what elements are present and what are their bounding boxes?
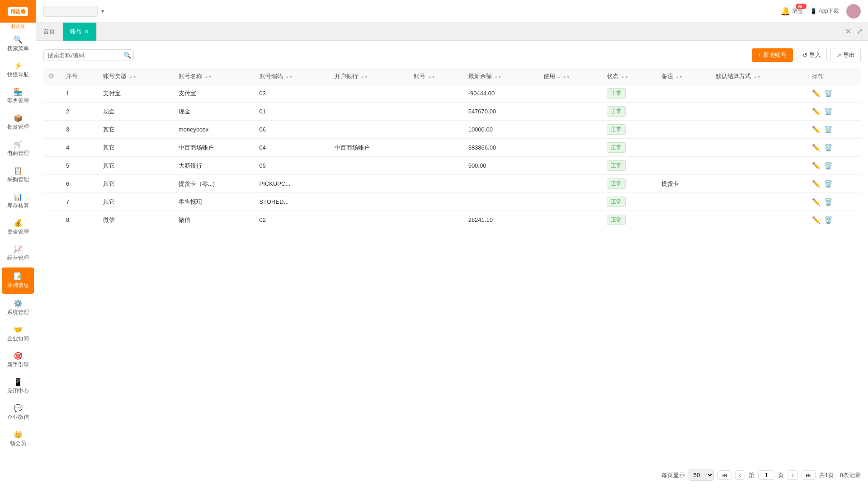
sort-remark-icon: ▲▼ xyxy=(675,75,683,79)
pagination: 每页显示 50 100 200 ⏮ ‹ 第 页 › ⏭ 共1页，8条记录 xyxy=(43,464,861,481)
page-last-button[interactable]: ⏭ xyxy=(802,470,816,480)
sidebar-item-应用中心[interactable]: 📱应用中心 xyxy=(0,373,36,399)
cell-status-6: 正常 xyxy=(602,193,656,211)
import-button[interactable]: ↺ 导入 xyxy=(797,48,827,62)
tab-home[interactable]: 首页 xyxy=(36,23,63,41)
sidebar-item-搜索菜单[interactable]: 🔍搜索菜单 xyxy=(0,31,36,57)
cell-bank-1 xyxy=(330,103,409,121)
edit-button-4[interactable]: ✏️ xyxy=(812,162,821,170)
table-row: 7 其它 零售抵现 STORED... 正常 ✏️ 🗑️ xyxy=(43,193,861,211)
sidebar-item-库存核算[interactable]: 📊库存核算 xyxy=(0,188,36,214)
page-prev-button[interactable]: ‹ xyxy=(735,470,745,480)
tab-account-close[interactable]: ✕ xyxy=(85,28,89,35)
sidebar-item-零售管理[interactable]: 🏪零售管理 xyxy=(0,83,36,109)
sidebar-item-label: 基础信息 xyxy=(7,282,29,289)
import-icon: ↺ xyxy=(802,52,807,59)
sidebar-item-企业微信[interactable]: 💬企业微信 xyxy=(0,399,36,426)
topbar-msg-button[interactable]: 🔔 消息 99+ xyxy=(780,6,803,16)
sidebar-icon: 📱 xyxy=(14,378,23,386)
th-settings[interactable]: ⚙ xyxy=(43,68,61,84)
edit-button-2[interactable]: ✏️ xyxy=(812,126,821,134)
tab-close-btn[interactable]: ✕ xyxy=(844,25,853,38)
page-number-input[interactable] xyxy=(758,470,774,480)
topbar-search-input[interactable] xyxy=(43,6,98,17)
delete-button-7[interactable]: 🗑️ xyxy=(824,216,833,224)
edit-button-6[interactable]: ✏️ xyxy=(812,198,821,206)
search-icon[interactable]: 🔍 xyxy=(123,52,131,59)
sidebar-item-新手引导[interactable]: 🎯新手引导 xyxy=(0,347,36,373)
cell-index-6: 7 xyxy=(61,193,99,211)
sidebar-item-label: 系统管理 xyxy=(7,309,29,316)
cell-balance-0: -90444.00 xyxy=(464,84,539,103)
sidebar-item-采购管理[interactable]: 📋采购管理 xyxy=(0,162,36,188)
edit-button-0[interactable]: ✏️ xyxy=(812,89,821,98)
page-next-button[interactable]: › xyxy=(788,470,797,480)
delete-button-6[interactable]: 🗑️ xyxy=(824,198,833,206)
delete-button-5[interactable]: 🗑️ xyxy=(824,180,833,188)
cell-code-7: 02 xyxy=(255,211,330,229)
cell-account-0 xyxy=(409,84,463,103)
delete-button-2[interactable]: 🗑️ xyxy=(824,126,833,134)
sidebar-item-畅会员[interactable]: 👑畅会员 xyxy=(0,426,36,452)
status-badge: 正常 xyxy=(607,106,626,117)
cell-type-1: 现金 xyxy=(99,103,174,121)
export-label: 导出 xyxy=(843,51,855,59)
cell-name-6: 零售抵现 xyxy=(174,193,255,211)
topbar-dropdown[interactable]: ▾ xyxy=(101,8,104,14)
th-name[interactable]: 账号名称 ▲▼ xyxy=(174,68,255,84)
sidebar-item-label: 畅会员 xyxy=(10,440,26,447)
sidebar-item-系统管理[interactable]: ⚙️系统管理 xyxy=(0,295,36,321)
sidebar-item-基础信息[interactable]: 📝基础信息 xyxy=(2,267,34,294)
cell-settlement-1 xyxy=(711,103,807,121)
th-type[interactable]: 账号类型 ▲▼ xyxy=(99,68,174,84)
settings-icon[interactable]: ⚙ xyxy=(48,72,54,80)
status-badge: 正常 xyxy=(607,88,626,99)
th-status[interactable]: 状态 ▲▼ xyxy=(602,68,656,84)
delete-button-1[interactable]: 🗑️ xyxy=(824,108,833,116)
th-remark[interactable]: 备注 ▲▼ xyxy=(657,68,711,84)
cell-remark-3 xyxy=(657,139,711,157)
sidebar-item-批发管理[interactable]: 📦批发管理 xyxy=(0,109,36,136)
cell-name-4: 大新银行 xyxy=(174,157,255,175)
add-account-button[interactable]: + 新增账号 xyxy=(752,48,793,62)
edit-button-3[interactable]: ✏️ xyxy=(812,144,821,152)
th-index: 序号 xyxy=(61,68,99,84)
cell-remark-0 xyxy=(657,84,711,103)
cell-action-6: ✏️ 🗑️ xyxy=(807,193,861,211)
edit-button-1[interactable]: ✏️ xyxy=(812,108,821,116)
sidebar-item-经营管理[interactable]: 📈经营管理 xyxy=(0,240,36,267)
cell-usage-1 xyxy=(539,103,602,121)
th-settlement[interactable]: 默认结算方式 ▲▼ xyxy=(711,68,807,84)
sidebar-item-label: 库存核算 xyxy=(7,202,29,210)
delete-button-4[interactable]: 🗑️ xyxy=(824,162,833,170)
edit-button-5[interactable]: ✏️ xyxy=(812,180,821,188)
tab-home-label: 首页 xyxy=(43,28,55,36)
table-row: 4 其它 中百商场账户 04 中百商场账户 383866.00 正常 ✏️ 🗑️ xyxy=(43,139,861,157)
sidebar-item-资金管理[interactable]: 💰资金管理 xyxy=(0,214,36,240)
export-button[interactable]: ↗ 导出 xyxy=(830,48,861,62)
page-size-select[interactable]: 50 100 200 xyxy=(689,469,714,481)
tab-account[interactable]: 账号 ✕ xyxy=(63,23,97,41)
sidebar-item-label: 搜索菜单 xyxy=(7,45,29,52)
delete-button-3[interactable]: 🗑️ xyxy=(824,144,833,152)
table-row: 2 现金 现金 01 547670.00 正常 ✏️ 🗑️ xyxy=(43,103,861,121)
edit-button-7[interactable]: ✏️ xyxy=(812,216,821,224)
th-bank[interactable]: 开户银行 ▲▼ xyxy=(330,68,409,84)
accounts-table: ⚙ 序号 账号类型 ▲▼ 账号名称 ▲▼ 账号编码 ▲▼ 开户银行 ▲▼ 账号 … xyxy=(43,68,861,229)
cell-bank-6 xyxy=(330,193,409,211)
sidebar-item-企业协同[interactable]: 🤝企业协同 xyxy=(0,321,36,347)
app-download-button[interactable]: 📱 App下载 xyxy=(810,7,839,15)
sidebar-item-电商管理[interactable]: 🛒电商管理 xyxy=(0,136,36,162)
th-account[interactable]: 账号 ▲▼ xyxy=(409,68,463,84)
sidebar-item-快捷导航[interactable]: ⚡快捷导航 xyxy=(0,57,36,83)
page-first-button[interactable]: ⏮ xyxy=(717,470,731,480)
search-input[interactable] xyxy=(47,52,123,59)
avatar[interactable] xyxy=(846,4,861,19)
cell-index-7: 8 xyxy=(61,211,99,229)
delete-button-0[interactable]: 🗑️ xyxy=(824,89,833,98)
th-usage[interactable]: 使用... ▲▼ xyxy=(539,68,602,84)
th-code[interactable]: 账号编码 ▲▼ xyxy=(255,68,330,84)
sidebar-icon: 🔍 xyxy=(14,35,23,44)
th-balance[interactable]: 最新余额 ▲▼ xyxy=(464,68,539,84)
tab-expand-btn[interactable]: ⤢ xyxy=(855,25,864,38)
